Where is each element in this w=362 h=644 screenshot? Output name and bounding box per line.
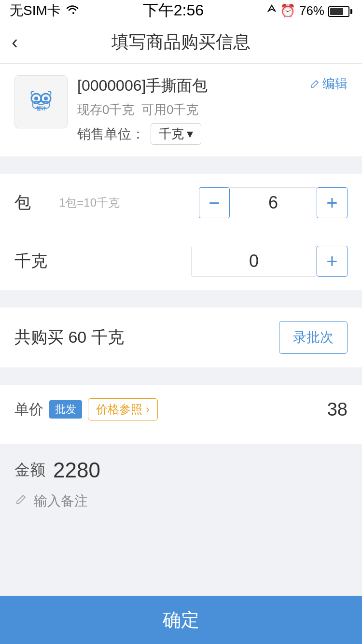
status-time: 下午2:56 <box>143 0 204 21</box>
alarm-icon: ⏰ <box>280 3 295 18</box>
product-stock: 现存0千克 可用0千克 <box>77 101 348 118</box>
batch-button[interactable]: 录批次 <box>279 321 348 354</box>
package-hint: 1包=10千克 <box>59 195 199 210</box>
package-qty-input[interactable] <box>230 187 317 218</box>
amount-section: 金额 2280 输入备注 <box>0 444 362 510</box>
unit-label: 销售单位： <box>77 125 145 143</box>
amount-value: 2280 <box>53 458 100 482</box>
divider-2 <box>0 299 362 308</box>
price-row: 单价 批发 价格参照 › 38 <box>14 398 348 420</box>
carrier-label: 无SIM卡 <box>10 1 61 20</box>
product-unit-row: 销售单位： 千克 ▾ <box>77 123 348 145</box>
product-thumbnail: 智计 <box>14 75 68 128</box>
amount-row: 金额 2280 <box>14 458 348 482</box>
page-title: 填写商品购买信息 <box>111 30 251 54</box>
edit-label: 编辑 <box>322 75 348 92</box>
divider-3 <box>0 376 362 385</box>
dropdown-icon: ▾ <box>187 126 193 141</box>
svg-point-2 <box>34 97 38 100</box>
pencil-icon <box>14 493 28 510</box>
product-card: 智计 [0000006]手撕面包 编辑 现存0千克 可用0千克 销售单位： 千克… <box>0 64 362 156</box>
price-section: 单价 批发 价格参照 › 38 <box>0 385 362 444</box>
battery-icon <box>328 3 352 18</box>
status-bar: 无SIM卡 下午2:56 ⏰ 76% <box>0 0 362 21</box>
input-section: 包 1包=10千克 − + 千克 + <box>0 174 362 290</box>
price-ref-button[interactable]: 价格参照 › <box>88 398 158 420</box>
wifi-icon <box>66 3 79 18</box>
price-tag: 批发 <box>49 400 82 419</box>
kg-input-row: 千克 + <box>0 232 362 290</box>
svg-point-3 <box>44 97 48 100</box>
product-info: [0000006]手撕面包 编辑 现存0千克 可用0千克 销售单位： 千克 ▾ <box>77 75 348 145</box>
package-increment-button[interactable]: + <box>317 187 348 218</box>
price-label: 单价 <box>14 400 43 420</box>
kg-qty-control: + <box>191 246 348 277</box>
edit-button[interactable]: 编辑 <box>310 75 348 92</box>
amount-label: 金额 <box>14 460 45 481</box>
price-value: 38 <box>327 399 348 420</box>
battery-label: 76% <box>299 3 324 18</box>
location-icon <box>267 3 276 18</box>
product-name: [0000006]手撕面包 <box>77 75 208 97</box>
unit-value: 千克 <box>159 126 184 142</box>
divider-1 <box>0 165 362 174</box>
package-decrement-button[interactable]: − <box>199 187 230 218</box>
nav-bar: ‹ 填写商品购买信息 <box>0 21 362 64</box>
package-qty-control: − + <box>199 187 348 218</box>
package-input-row: 包 1包=10千克 − + <box>0 174 362 232</box>
kg-increment-button[interactable]: + <box>317 246 348 277</box>
package-label: 包 <box>14 192 53 214</box>
product-logo-icon: 智计 <box>27 88 56 116</box>
status-right: ⏰ 76% <box>267 3 352 18</box>
summary-section: 共购买 60 千克 录批次 <box>0 308 362 367</box>
back-button[interactable]: ‹ <box>12 31 18 53</box>
svg-text:智计: 智计 <box>36 106 46 111</box>
kg-label: 千克 <box>14 250 53 272</box>
kg-qty-input[interactable] <box>191 246 317 277</box>
unit-select[interactable]: 千克 ▾ <box>151 123 201 145</box>
confirm-button[interactable]: 确定 <box>0 596 362 644</box>
price-label-group: 单价 批发 价格参照 › <box>14 398 158 420</box>
remark-placeholder[interactable]: 输入备注 <box>34 492 88 510</box>
status-left: 无SIM卡 <box>10 1 79 20</box>
summary-text: 共购买 60 千克 <box>14 326 124 349</box>
remark-row[interactable]: 输入备注 <box>14 492 348 510</box>
